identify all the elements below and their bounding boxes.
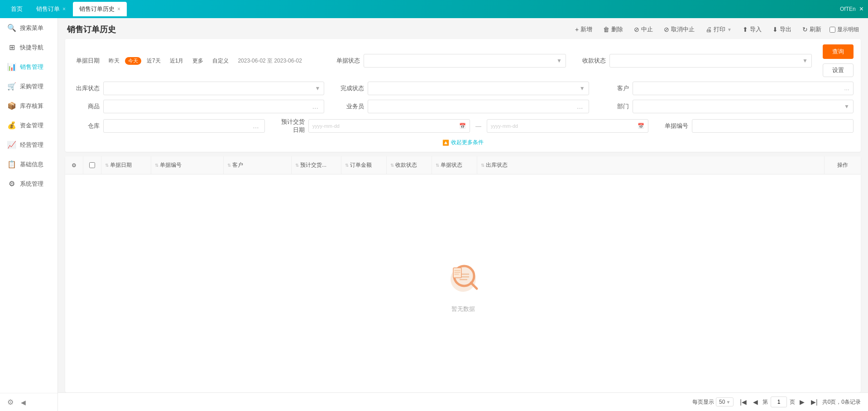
th-amount[interactable]: ⇅ 订单金额: [341, 156, 387, 174]
product-select[interactable]: …: [103, 100, 324, 113]
sort-pay-status-icon: ⇅: [390, 163, 394, 168]
warehouse-select[interactable]: …: [103, 119, 265, 133]
import-icon: ⬆: [743, 26, 748, 33]
table-header: ⚙ ⇅ 单据日期 ⇅ 单据编号 ⇅ 客户 ⇅: [65, 156, 861, 174]
order-no-label: 单据编号: [661, 122, 688, 130]
warehouse-dots[interactable]: …: [251, 122, 261, 130]
cancel-stop-button[interactable]: ⊘ 取消中止: [661, 24, 697, 35]
stop-button[interactable]: ⊘ 中止: [631, 24, 656, 35]
page-label-pre: 第: [762, 398, 768, 406]
sales-mgmt-icon: 📊: [7, 63, 16, 71]
date-btn-today[interactable]: 今天: [125, 57, 141, 65]
sidebar-item-sales-mgmt[interactable]: 📊 销售管理: [0, 57, 58, 77]
filter-row-status: 出库状态 ▼ 完成状态 ▼ 客户 …: [72, 82, 854, 95]
date-quick-btns: 昨天 今天 近7天 近1月 更多 自定义: [105, 56, 232, 66]
delete-button[interactable]: 🗑 删除: [600, 24, 626, 35]
payment-status-label: 收款状态: [579, 57, 606, 65]
topbar-close-icon[interactable]: ×: [859, 5, 863, 13]
collapse-up-icon: 🔼: [442, 140, 449, 146]
tab-sales-order-history-close[interactable]: ×: [117, 6, 120, 12]
date-separator: —: [475, 123, 481, 130]
sidebar-collapse-icon[interactable]: ◀: [21, 399, 26, 406]
sidebar-settings-icon[interactable]: ⚙: [7, 398, 14, 406]
sidebar-item-business[interactable]: 📈 经营管理: [0, 135, 58, 155]
new-button[interactable]: + 新增: [572, 24, 595, 35]
sidebar-item-quick-nav-label: 快捷导航: [20, 44, 43, 52]
th-settings[interactable]: ⚙: [65, 156, 83, 174]
sidebar-item-finance-label: 资金管理: [20, 121, 43, 130]
per-page-box[interactable]: 50 ▼: [716, 397, 734, 406]
new-btn-label: 新增: [580, 25, 592, 34]
department-select[interactable]: ▼: [633, 100, 854, 113]
out-status-select[interactable]: ▼: [103, 82, 324, 95]
per-page-label: 每页显示: [692, 398, 714, 406]
pagination: |◀ ◀ 第 页 ▶ ▶| 共0页，0条记录: [738, 396, 861, 407]
th-out-status[interactable]: ⇅ 出库状态: [477, 156, 825, 174]
tab-sales-order-history[interactable]: 销售订单历史 ×: [73, 2, 127, 16]
order-status-select[interactable]: ▼: [364, 54, 566, 68]
date-btn-more[interactable]: 更多: [189, 56, 207, 66]
salesperson-dots[interactable]: …: [575, 103, 585, 110]
expected-date-end[interactable]: yyyy-mm-dd 📅: [487, 119, 648, 133]
setting-button[interactable]: 设置: [823, 63, 854, 77]
sidebar-item-finance[interactable]: 💰 资金管理: [0, 116, 58, 135]
collapse-button[interactable]: 🔼 收起更多条件: [72, 139, 854, 146]
display-toggle-checkbox[interactable]: [830, 27, 835, 33]
tab-sales-order-close[interactable]: ×: [62, 6, 66, 12]
tab-sales-order[interactable]: 销售订单 ×: [30, 2, 72, 16]
sidebar-item-inventory[interactable]: 📦 库存核算: [0, 96, 58, 116]
th-pay-status-label: 收款状态: [395, 161, 417, 169]
page-prev-btn[interactable]: ◀: [751, 397, 760, 406]
select-all-checkbox[interactable]: [89, 162, 95, 168]
page-next-btn[interactable]: ▶: [798, 397, 806, 406]
basic-info-icon: 📋: [7, 160, 16, 169]
sidebar-item-quick-nav[interactable]: ⊞ 快捷导航: [0, 38, 58, 57]
out-status-label: 出库状态: [72, 84, 100, 92]
finance-icon: 💰: [7, 121, 16, 130]
tab-home[interactable]: 首页: [5, 2, 29, 16]
calendar-end-icon[interactable]: 📅: [638, 123, 644, 129]
date-btn-yesterday[interactable]: 昨天: [105, 56, 123, 66]
query-button[interactable]: 查询: [823, 44, 854, 59]
sidebar-item-basic-info[interactable]: 📋 基础信息: [0, 155, 58, 174]
sidebar-item-purchase-mgmt[interactable]: 🛒 采购管理: [0, 77, 58, 96]
date-btn-last1m[interactable]: 近1月: [166, 56, 187, 66]
payment-status-select[interactable]: ▼: [609, 54, 812, 68]
date-range-display: 2023-06-02 至 2023-06-02: [238, 57, 302, 65]
order-no-input[interactable]: [692, 119, 854, 133]
sidebar-item-business-label: 经营管理: [20, 141, 43, 149]
customer-label: 客户: [602, 84, 629, 92]
salesperson-select[interactable]: …: [368, 100, 589, 113]
calendar-start-icon[interactable]: 📅: [459, 123, 466, 129]
th-checkbox[interactable]: [83, 156, 101, 174]
date-btn-custom[interactable]: 自定义: [209, 56, 232, 66]
th-order-status[interactable]: ⇅ 单据状态: [432, 156, 477, 174]
th-delivery[interactable]: ⇅ 预计交货...: [292, 156, 341, 174]
page-input[interactable]: [771, 396, 787, 407]
print-button[interactable]: 🖨 打印 ▼: [703, 24, 734, 35]
print-dropdown-icon[interactable]: ▼: [727, 27, 732, 32]
customer-select[interactable]: …: [633, 82, 854, 95]
page-last-btn[interactable]: ▶|: [809, 397, 820, 406]
th-date[interactable]: ⇅ 单据日期: [101, 156, 151, 174]
sidebar-item-system-mgmt[interactable]: ⚙ 系统管理: [0, 174, 58, 193]
th-customer[interactable]: ⇅ 客户: [224, 156, 292, 174]
date-btn-last7[interactable]: 近7天: [143, 56, 164, 66]
expected-date-start[interactable]: yyyy-mm-dd 📅: [308, 119, 470, 133]
export-button[interactable]: ⬇ 导出: [770, 24, 794, 35]
page-first-btn[interactable]: |◀: [738, 397, 748, 406]
sidebar-item-search-menu[interactable]: 🔍 搜索菜单: [0, 18, 58, 38]
complete-status-select[interactable]: ▼: [368, 82, 589, 95]
department-chevron: ▼: [844, 103, 849, 110]
sidebar-item-inventory-label: 库存核算: [20, 102, 43, 110]
display-toggle[interactable]: 显示明细: [830, 26, 859, 34]
customer-dots[interactable]: …: [844, 85, 849, 92]
th-order-no[interactable]: ⇅ 单据编号: [151, 156, 224, 174]
refresh-button[interactable]: ↻ 刷新: [800, 24, 824, 35]
import-button[interactable]: ⬆ 导入: [740, 24, 764, 35]
product-dots[interactable]: …: [310, 103, 320, 110]
th-pay-status[interactable]: ⇅ 收款状态: [387, 156, 432, 174]
system-mgmt-icon: ⚙: [7, 179, 16, 188]
quick-nav-icon: ⊞: [7, 43, 16, 52]
per-page-select: 每页显示 50 ▼: [692, 397, 734, 406]
